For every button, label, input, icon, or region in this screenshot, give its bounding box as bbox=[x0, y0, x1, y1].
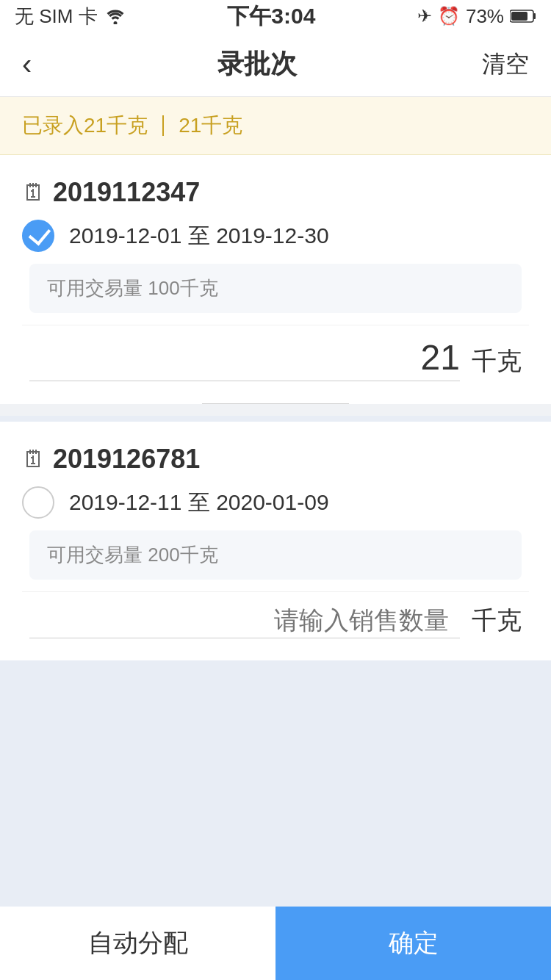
available-box-1: 可用交易量 100千克 bbox=[29, 264, 522, 313]
batch-card-2: 🗓 2019126781 2019-12-11 至 2020-01-09 可用交… bbox=[0, 422, 551, 660]
status-right: ✈ ⏰ 73% bbox=[417, 5, 536, 28]
batch-date-1: 2019-12-01 至 2019-12-30 bbox=[69, 221, 329, 251]
svg-rect-2 bbox=[511, 12, 527, 21]
quantity-row-2: 千克 bbox=[22, 591, 529, 646]
batch-id-1: 2019112347 bbox=[53, 177, 200, 208]
batch-id-2: 2019126781 bbox=[53, 444, 200, 475]
quantity-unit-1: 千克 bbox=[472, 345, 522, 378]
batch-icon-1: 🗓 bbox=[22, 179, 46, 206]
alarm-icon: ⏰ bbox=[438, 6, 460, 26]
batch-date-row-2[interactable]: 2019-12-11 至 2020-01-09 bbox=[22, 486, 529, 519]
batch-date-row-1[interactable]: 2019-12-01 至 2019-12-30 bbox=[22, 220, 529, 252]
nav-bar: ‹ 录批次 清空 bbox=[0, 32, 551, 97]
quantity-underline-2[interactable] bbox=[29, 606, 460, 638]
quantity-input-2[interactable] bbox=[29, 606, 460, 635]
location-icon: ✈ bbox=[417, 6, 432, 26]
available-box-2: 可用交易量 200千克 bbox=[29, 530, 522, 580]
available-text-1: 可用交易量 100千克 bbox=[47, 277, 218, 299]
clear-button[interactable]: 清空 bbox=[482, 48, 529, 81]
confirm-button[interactable]: 确定 bbox=[276, 907, 551, 980]
info-divider bbox=[162, 115, 164, 136]
carrier-text: 无 SIM 卡 bbox=[15, 4, 98, 29]
quantity-value-1: 21 bbox=[421, 337, 460, 378]
battery-text: 73% bbox=[466, 5, 504, 28]
quantity-row-1: 21 千克 bbox=[22, 325, 529, 389]
available-text-2: 可用交易量 200千克 bbox=[47, 544, 218, 566]
status-bar: 无 SIM 卡 下午3:04 ✈ ⏰ 73% bbox=[0, 0, 551, 32]
batch-header-1: 🗓 2019112347 bbox=[22, 177, 529, 208]
page-title: 录批次 bbox=[217, 46, 297, 82]
back-button[interactable]: ‹ bbox=[22, 48, 32, 81]
status-left: 无 SIM 卡 bbox=[15, 4, 126, 29]
info-label: 已录入21千克 bbox=[22, 112, 148, 140]
info-value: 21千克 bbox=[179, 112, 242, 140]
section-separator bbox=[0, 416, 551, 422]
radio-1[interactable] bbox=[22, 220, 54, 252]
wifi-icon bbox=[105, 8, 126, 24]
batch-header-2: 🗓 2019126781 bbox=[22, 444, 529, 475]
empty-area bbox=[0, 660, 551, 940]
info-banner: 已录入21千克 21千克 bbox=[0, 97, 551, 155]
batch-icon-2: 🗓 bbox=[22, 446, 46, 473]
radio-2[interactable] bbox=[22, 486, 54, 519]
divider-1 bbox=[202, 403, 349, 404]
quantity-underline-1: 21 bbox=[29, 337, 460, 381]
bottom-bar: 自动分配 确定 bbox=[0, 907, 551, 980]
quantity-unit-2: 千克 bbox=[472, 604, 522, 638]
battery-icon bbox=[510, 9, 536, 24]
status-time: 下午3:04 bbox=[227, 1, 315, 32]
svg-rect-1 bbox=[533, 13, 536, 19]
batch-date-2: 2019-12-11 至 2020-01-09 bbox=[69, 488, 329, 518]
batch-card-1: 🗓 2019112347 2019-12-01 至 2019-12-30 可用交… bbox=[0, 155, 551, 404]
auto-distribute-button[interactable]: 自动分配 bbox=[0, 907, 276, 980]
